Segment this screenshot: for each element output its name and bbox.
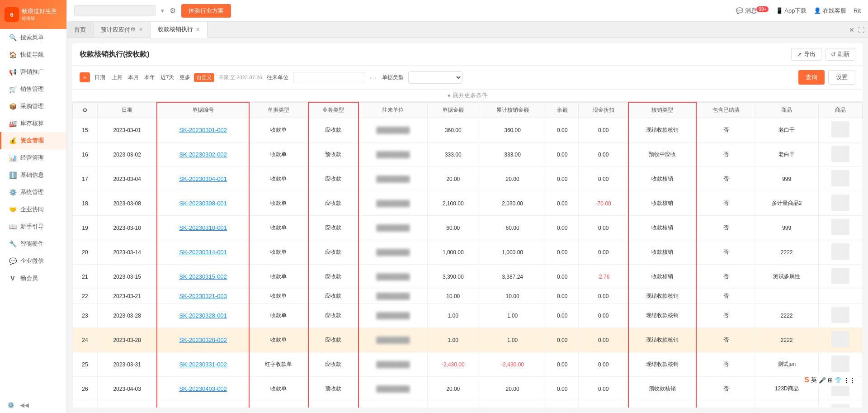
- sidebar-item-label: 资金管理: [20, 137, 44, 145]
- row-amount: 360.00: [427, 118, 479, 142]
- row-goods2: [818, 304, 862, 328]
- row-bill-no: SK-20230314-001: [157, 240, 249, 265]
- row-amount: 333.00: [427, 142, 479, 167]
- date-last-month-btn[interactable]: 上月: [110, 73, 124, 82]
- bill-no-link[interactable]: SK-20230331-002: [179, 361, 227, 368]
- date-this-month-btn[interactable]: 本月: [126, 73, 141, 82]
- row-writeoff-amount: 20.00: [479, 167, 546, 191]
- sales-icon: 🛒: [9, 85, 17, 93]
- row-bill-type: 红字收款单: [249, 352, 308, 377]
- col-settings[interactable]: ⚙: [73, 102, 98, 118]
- bill-no-link[interactable]: SK-20230328-002: [179, 337, 227, 343]
- watermark-shirt: 👕: [835, 377, 842, 384]
- bill-no-link[interactable]: SK-20230304-001: [179, 176, 227, 182]
- sidebar-item-member[interactable]: V 畅会员: [0, 270, 66, 287]
- table-row: 22 2023-03-21 SK-20230321-003 收款单 应收款 ██…: [73, 289, 863, 304]
- sidebar-item-marketing[interactable]: 📢 营销推广: [0, 63, 66, 81]
- collapse-icon[interactable]: ◀◀: [20, 402, 29, 408]
- bill-no-link[interactable]: SK-20230315-002: [179, 273, 227, 280]
- topbar-search-input[interactable]: [74, 5, 156, 16]
- settings-icon[interactable]: ⚙️: [7, 402, 14, 408]
- user-name[interactable]: Rit: [854, 7, 861, 14]
- bill-no-link[interactable]: SK-20230302-002: [179, 151, 227, 158]
- sidebar-item-wechat[interactable]: 💬 企业微信: [0, 252, 66, 270]
- row-num: 21: [73, 265, 98, 289]
- settings-button[interactable]: 设置: [828, 70, 855, 85]
- industry-solution-button[interactable]: 体验行业方案: [181, 4, 231, 18]
- tab-receivable-close[interactable]: ✕: [139, 27, 143, 33]
- row-amount: 20.00: [427, 167, 479, 191]
- sidebar-item-finance[interactable]: 💰 资金管理: [0, 132, 66, 149]
- col-discount: 现金折扣: [579, 102, 629, 118]
- row-bill-no: SK-20230321-003: [157, 289, 249, 304]
- row-goods2: [818, 352, 862, 377]
- sidebar-item-corp[interactable]: 🤝 企业协同: [0, 201, 66, 218]
- row-amount: 20.00: [427, 377, 479, 401]
- sidebar-item-guide[interactable]: 📖 新手引导: [0, 218, 66, 235]
- tab-expand-button[interactable]: ⛶: [858, 26, 864, 33]
- bill-type-select[interactable]: [408, 71, 462, 84]
- dropdown-icon[interactable]: ▾: [161, 7, 164, 14]
- query-button[interactable]: 查询: [798, 70, 825, 85]
- date-custom-btn[interactable]: 自定义: [194, 73, 214, 82]
- bill-no-link[interactable]: SK-20230308-001: [179, 200, 227, 207]
- row-amount: 3,390.00: [427, 265, 479, 289]
- row-bill-type: 收款单: [249, 265, 308, 289]
- online-support-link[interactable]: 👤 在线客服: [814, 7, 846, 15]
- expand-conditions-button[interactable]: ▾ 展开更多条件: [448, 91, 488, 100]
- marketing-icon: 📢: [9, 68, 17, 76]
- bill-no-link[interactable]: SK-20230310-001: [179, 224, 227, 231]
- row-balance: 0.00: [546, 304, 579, 328]
- bill-no-link[interactable]: SK-20230301-002: [179, 127, 227, 133]
- tab-close-button[interactable]: ✕: [849, 26, 854, 33]
- row-writeoff-type: 现结收款核销: [628, 304, 696, 328]
- row-settled: 否: [696, 304, 755, 328]
- partner-filter-label: 往来单位: [267, 74, 288, 81]
- message-entry[interactable]: 💬 消息 99+: [736, 7, 769, 15]
- row-bill-no: SK-20230302-002: [157, 142, 249, 167]
- row-date: 2023-04-03: [97, 377, 157, 401]
- row-partner: ████████: [359, 265, 427, 289]
- page-header: 收款核销执行(按收款) ↗ 导出 ↺ 刷新: [72, 43, 863, 66]
- table-row: 17 2023-03-04 SK-20230304-001 收款单 应收款 ██…: [73, 167, 863, 191]
- date-range-display: 不限 至 2023-07-26: [219, 74, 262, 81]
- row-num: 18: [73, 191, 98, 216]
- table-settings-icon[interactable]: ⚙: [82, 107, 88, 114]
- row-bill-no: SK-20230331-002: [157, 352, 249, 377]
- row-date: 2023-03-14: [97, 240, 157, 265]
- row-bill-type: 收款单: [249, 289, 308, 304]
- date-7days-btn[interactable]: 近7天: [159, 73, 176, 82]
- sidebar-item-quick[interactable]: 🏠 快捷导航: [0, 46, 66, 63]
- export-button[interactable]: ↗ 导出: [791, 48, 821, 61]
- bill-no-link[interactable]: SK-20230403-002: [179, 385, 227, 392]
- tabs-bar: 首页 预计应应付单 ✕ 收款核销执行 ✕ ✕ ⛶: [67, 22, 868, 38]
- row-writeoff-amount: 20.00: [479, 377, 546, 401]
- refresh-icon: ↺: [831, 51, 836, 58]
- app-download-link[interactable]: 📱 App下载: [776, 7, 807, 15]
- row-partner: ████████: [359, 216, 427, 240]
- sidebar-item-basic[interactable]: ℹ️ 基础信息: [0, 166, 66, 184]
- sidebar-item-sales[interactable]: 🛒 销售管理: [0, 81, 66, 98]
- sidebar-item-inventory[interactable]: 🏭 库存核算: [0, 115, 66, 132]
- tab-receivable[interactable]: 预计应应付单 ✕: [94, 22, 151, 38]
- sidebar-item-operations[interactable]: 📊 经营管理: [0, 149, 66, 166]
- sidebar-item-hardware[interactable]: 🔧 智能硬件: [0, 235, 66, 252]
- filter-toggle-button[interactable]: »: [80, 72, 90, 82]
- partner-filter-input[interactable]: [293, 72, 365, 83]
- tab-writeoff-close[interactable]: ✕: [196, 27, 200, 33]
- sidebar-item-system[interactable]: ⚙️ 系统管理: [0, 184, 66, 201]
- tab-home[interactable]: 首页: [67, 22, 94, 38]
- sidebar-item-purchase[interactable]: 📦 采购管理: [0, 98, 66, 115]
- row-balance: 0.00: [546, 216, 579, 240]
- gear-icon[interactable]: ⚙: [170, 6, 176, 15]
- date-more-btn[interactable]: 更多: [178, 73, 192, 82]
- row-bill-type: 收款单: [249, 328, 308, 352]
- tab-writeoff[interactable]: 收款核销执行 ✕: [151, 22, 208, 38]
- date-this-year-btn[interactable]: 本年: [142, 73, 157, 82]
- bill-no-link[interactable]: SK-20230321-003: [179, 293, 227, 299]
- sidebar-item-search[interactable]: 🔍 搜索菜单: [0, 29, 66, 46]
- refresh-button[interactable]: ↺ 刷新: [825, 48, 855, 61]
- bill-no-link[interactable]: SK-20230328-001: [179, 312, 227, 319]
- bill-no-link[interactable]: SK-20230314-001: [179, 249, 227, 256]
- row-bill-type: 收款单: [249, 401, 308, 408]
